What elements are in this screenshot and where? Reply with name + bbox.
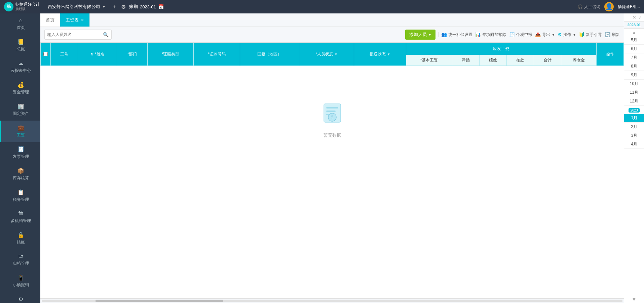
service-btn[interactable]: 🎧 人工咨询 bbox=[578, 4, 600, 10]
sidebar-item-close[interactable]: 🔒 结账 bbox=[0, 228, 40, 249]
sidebar-item-archive[interactable]: 🗂 归档管理 bbox=[0, 249, 40, 270]
refresh-label: 刷新 bbox=[612, 32, 620, 38]
sidebar-item-multi-org[interactable]: 🏛 多机构管理 bbox=[0, 207, 40, 228]
month-item-10[interactable]: 10月 bbox=[624, 80, 644, 88]
refresh-btn[interactable]: 🔄 刷新 bbox=[605, 32, 620, 38]
month-item-3[interactable]: 3月 bbox=[624, 131, 644, 140]
col-operations: 操作 bbox=[596, 43, 623, 66]
month-item-7[interactable]: 7月 bbox=[624, 53, 644, 62]
month-item-6[interactable]: 6月 bbox=[624, 45, 644, 53]
content-area: 首页 工资表 ✕ 🔍 添加人员 ▼ 👥 统一社保设置 bbox=[40, 13, 624, 303]
add-company-btn[interactable]: ＋ bbox=[112, 3, 117, 10]
col-employee-id: 工号 bbox=[51, 43, 78, 66]
month-item-4[interactable]: 4月 bbox=[624, 140, 644, 149]
settings-btn[interactable]: ⚙ bbox=[121, 4, 126, 10]
special-deduct-btn[interactable]: 📊 专项附加扣除 bbox=[475, 32, 506, 38]
svg-rect-2 bbox=[326, 111, 336, 112]
sidebar-item-ledger[interactable]: 📒 总账 bbox=[0, 35, 40, 56]
personal-tax-label: 个税申报 bbox=[516, 32, 532, 38]
calendar-icon[interactable]: 📅 bbox=[158, 4, 164, 9]
month-item-8[interactable]: 8月 bbox=[624, 62, 644, 71]
year-badge-wrap: 2023 bbox=[624, 106, 644, 114]
panel-controls: ✕ ⤢ bbox=[624, 13, 644, 21]
sidebar-item-salary[interactable]: 💼 工资 bbox=[0, 121, 40, 142]
refresh-icon: 🔄 bbox=[605, 32, 610, 37]
month-item-1-current[interactable]: 1月 bbox=[624, 114, 644, 123]
period-area: 账期 2023-01 📅 bbox=[129, 4, 164, 10]
month-item-12[interactable]: 12月 bbox=[624, 97, 644, 106]
sidebar-item-invoice[interactable]: 🧾 发票管理 bbox=[0, 142, 40, 164]
tab-close-btn[interactable]: ✕ bbox=[81, 18, 84, 23]
operations-btn[interactable]: ⚙ 操作 ▼ bbox=[558, 32, 576, 38]
col-payroll-group: 应发工资 bbox=[406, 43, 596, 55]
tab-home[interactable]: 首页 bbox=[40, 13, 60, 27]
sidebar-item-fixed-assets[interactable]: 🏢 固定资产 bbox=[0, 99, 40, 121]
cloud-icon: ☁ bbox=[18, 60, 24, 67]
month-nav-down[interactable]: ▼ bbox=[624, 296, 644, 303]
col-performance-label: 绩效 bbox=[489, 58, 497, 62]
tab-home-label: 首页 bbox=[46, 17, 54, 23]
sidebar-item-cloud-report[interactable]: ☁ 云报表中心 bbox=[0, 56, 40, 78]
select-all-checkbox[interactable] bbox=[43, 52, 48, 56]
col-name-sort-icon[interactable]: ⇅ bbox=[90, 52, 93, 56]
export-btn[interactable]: 📤 导出 ▼ bbox=[535, 32, 555, 38]
col-allowance: 津贴 bbox=[452, 55, 480, 66]
sidebar-item-inventory[interactable]: 📦 库存核算 bbox=[0, 164, 40, 185]
user-name: 畅捷通B组... bbox=[618, 4, 640, 10]
logo-icon: 畅 bbox=[4, 2, 13, 11]
company-selector[interactable]: 西安虾米网络科技有限公司 ▼ bbox=[48, 4, 106, 10]
svg-rect-1 bbox=[326, 107, 338, 109]
tab-salary-table[interactable]: 工资表 ✕ bbox=[60, 13, 90, 27]
guide-btn[interactable]: 🔰 新手引导 bbox=[579, 32, 602, 38]
col-employee-id-label: 工号 bbox=[60, 52, 68, 56]
month-item-11[interactable]: 11月 bbox=[624, 88, 644, 97]
sidebar-item-settings[interactable]: ⚙ 基础设置 bbox=[0, 292, 40, 303]
sidebar-label-fixed: 固定资产 bbox=[13, 111, 29, 117]
fund-icon: 💰 bbox=[17, 82, 24, 88]
sidebar-item-home[interactable]: ⌂ 首页 bbox=[0, 13, 40, 35]
col-id-number-label: *证照号码 bbox=[208, 52, 226, 56]
salary-table: 工号 ⇅ *姓名 *部门 *证照类型 *证照号码 bbox=[40, 43, 624, 173]
report-filter-icon[interactable]: ▼ bbox=[387, 52, 390, 56]
col-id-type-label: *证照类型 bbox=[162, 52, 180, 56]
special-deduct-icon: 📊 bbox=[475, 32, 481, 37]
month-item-5[interactable]: 5月 bbox=[624, 36, 644, 45]
search-icon[interactable]: 🔍 bbox=[103, 32, 109, 37]
expand-panel-btn[interactable]: ⤢ bbox=[638, 15, 642, 20]
col-pension: 养老金 bbox=[561, 55, 597, 66]
social-security-btn[interactable]: 👥 统一社保设置 bbox=[441, 32, 472, 38]
social-security-icon: 👥 bbox=[441, 32, 447, 37]
scroll-thumb[interactable] bbox=[96, 300, 223, 302]
status-filter-icon[interactable]: ▼ bbox=[334, 52, 338, 56]
add-person-btn[interactable]: 添加人员 ▼ bbox=[405, 30, 435, 40]
period-value: 2023-01 bbox=[140, 4, 156, 9]
sidebar-item-tax[interactable]: 📋 税务管理 bbox=[0, 185, 40, 207]
top-header: 畅 畅捷通好会计 旗舰版 西安虾米网络科技有限公司 ▼ ＋ ⚙ 账期 2023-… bbox=[0, 0, 644, 13]
col-checkbox[interactable] bbox=[41, 43, 51, 66]
right-month-panel: ✕ ⤢ 2023.01 ▲ 5月 6月 7月 8月 9月 10月 11月 12月… bbox=[624, 13, 644, 303]
search-input[interactable] bbox=[47, 32, 103, 37]
logo-text: 畅捷通好会计 bbox=[15, 2, 40, 7]
bottom-scrollbar[interactable] bbox=[40, 298, 624, 303]
table-wrap: 工号 ⇅ *姓名 *部门 *证照类型 *证照号码 bbox=[40, 43, 624, 298]
month-item-9[interactable]: 9月 bbox=[624, 71, 644, 80]
col-operations-label: 操作 bbox=[606, 52, 614, 56]
col-total: 合计 bbox=[534, 55, 561, 66]
col-status-label: *人员状态 bbox=[315, 52, 333, 56]
basic-settings-icon: ⚙ bbox=[18, 296, 23, 302]
sidebar-item-fund[interactable]: 💰 资金管理 bbox=[0, 78, 40, 99]
col-performance: 绩效 bbox=[480, 55, 507, 66]
month-nav-up[interactable]: ▲ bbox=[624, 29, 644, 36]
user-area: 🎧 人工咨询 👤 畅捷通B组... bbox=[578, 2, 640, 11]
guide-action-label: 新手引导 bbox=[586, 32, 602, 38]
tax-icon: 📋 bbox=[17, 189, 24, 196]
sidebar-item-expense[interactable]: 📱 小畅报销 bbox=[0, 270, 40, 292]
add-btn-arrow-icon: ▼ bbox=[428, 33, 431, 37]
col-payroll-label: 应发工资 bbox=[493, 46, 509, 51]
personal-tax-btn[interactable]: 🧾 个税申报 bbox=[509, 32, 532, 38]
svg-text:?: ? bbox=[331, 115, 333, 120]
col-pension-label: 养老金 bbox=[573, 58, 585, 62]
close-panel-btn[interactable]: ✕ bbox=[633, 15, 636, 20]
month-item-2[interactable]: 2月 bbox=[624, 123, 644, 131]
sidebar-label-salary: 工资 bbox=[17, 132, 25, 138]
